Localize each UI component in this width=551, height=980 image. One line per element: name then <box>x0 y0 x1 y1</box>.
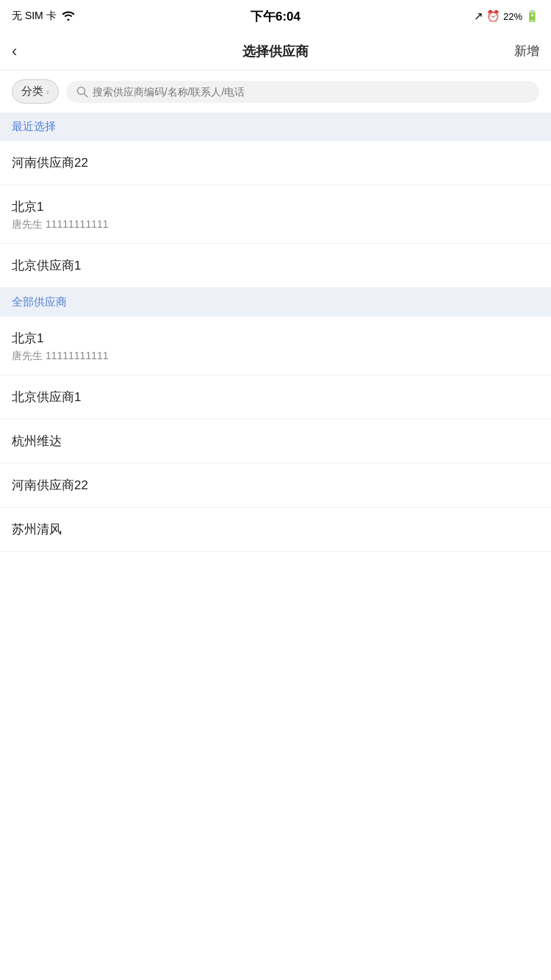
battery-icon: 🔋 <box>525 10 539 23</box>
back-button[interactable]: ‹ <box>12 36 23 67</box>
item-sub: 唐先生 11111111111 <box>12 218 539 231</box>
category-filter-button[interactable]: 分类 › <box>12 79 59 104</box>
category-label: 分类 <box>21 84 43 98</box>
item-name: 北京1 <box>12 330 539 347</box>
filter-row: 分类 › <box>0 71 551 112</box>
add-button[interactable]: 新增 <box>514 43 539 60</box>
battery-text: 22% <box>503 11 522 22</box>
status-bar-left: 无 SIM 卡 <box>12 10 76 23</box>
list-item[interactable]: 河南供应商22 <box>0 141 551 185</box>
carrier-text: 无 SIM 卡 <box>12 10 57 23</box>
svg-line-1 <box>84 93 87 97</box>
recent-section-label: 最近选择 <box>12 120 56 132</box>
recent-items-list: 河南供应商22北京1唐先生 11111111111北京供应商1 <box>0 141 551 288</box>
status-bar: 无 SIM 卡 下午6:04 ↗ ⏰ 22% 🔋 <box>0 0 551 32</box>
search-wrapper[interactable] <box>66 81 539 103</box>
nav-title: 选择供应商 <box>242 43 309 60</box>
chevron-right-icon: › <box>46 87 49 96</box>
all-items-list: 北京1唐先生 11111111111北京供应商1杭州维达河南供应商22苏州清风 <box>0 317 551 552</box>
item-name: 苏州清风 <box>12 521 539 538</box>
list-item[interactable]: 北京1唐先生 11111111111 <box>0 185 551 244</box>
item-name: 北京1 <box>12 198 539 215</box>
list-item[interactable]: 杭州维达 <box>0 419 551 464</box>
list-item[interactable]: 河南供应商22 <box>0 464 551 508</box>
alarm-icon: ⏰ <box>486 10 500 23</box>
wifi-icon <box>61 10 76 23</box>
recent-section-header: 最近选择 <box>0 112 551 141</box>
search-input[interactable] <box>93 86 529 98</box>
item-name: 北京供应商1 <box>12 257 539 274</box>
item-sub: 唐先生 11111111111 <box>12 350 539 363</box>
nav-bar: ‹ 选择供应商 新增 <box>0 32 551 71</box>
status-bar-time: 下午6:04 <box>251 8 300 25</box>
all-section-label: 全部供应商 <box>12 295 67 308</box>
item-name: 杭州维达 <box>12 433 539 450</box>
list-item[interactable]: 北京供应商1 <box>0 244 551 288</box>
item-name: 河南供应商22 <box>12 154 539 171</box>
list-item[interactable]: 北京供应商1 <box>0 375 551 419</box>
search-icon <box>76 86 88 98</box>
list-item[interactable]: 北京1唐先生 11111111111 <box>0 317 551 375</box>
status-bar-right: ↗ ⏰ 22% 🔋 <box>474 10 539 23</box>
list-item[interactable]: 苏州清风 <box>0 508 551 552</box>
item-name: 北京供应商1 <box>12 389 539 406</box>
all-section-header: 全部供应商 <box>0 288 551 317</box>
item-name: 河南供应商22 <box>12 477 539 494</box>
location-icon: ↗ <box>474 10 483 23</box>
